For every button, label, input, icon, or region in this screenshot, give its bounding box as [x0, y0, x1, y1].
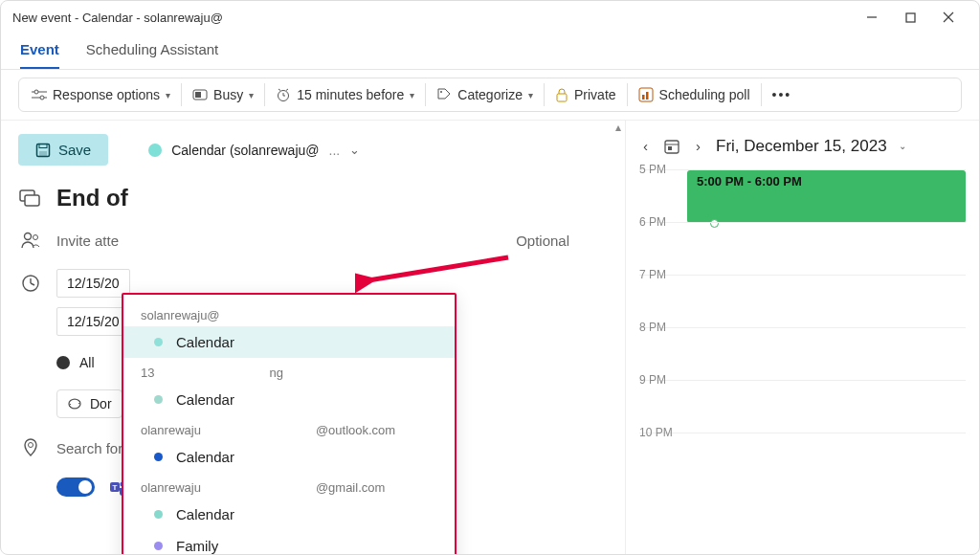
- dropdown-account-label: olanrewaju@outlook.com: [123, 415, 455, 441]
- scroll-up-icon[interactable]: ▴: [615, 121, 621, 134]
- svg-text:T: T: [113, 483, 118, 492]
- view-tabs: Event Scheduling Assistant: [1, 33, 979, 70]
- people-icon: [18, 231, 43, 250]
- svg-rect-11: [195, 92, 201, 98]
- hour-row[interactable]: 5 PM5:00 PM - 6:00 PM: [639, 169, 966, 222]
- today-icon[interactable]: [663, 138, 680, 155]
- svg-rect-21: [646, 92, 649, 100]
- dropdown-account-label: olanrewaju@gmail.com: [123, 473, 455, 499]
- chevron-down-icon: ▾: [166, 90, 170, 100]
- calendar-option[interactable]: Calendar: [123, 441, 455, 473]
- next-day-button[interactable]: ›: [692, 136, 704, 156]
- busy-icon: [192, 89, 208, 100]
- svg-rect-24: [39, 151, 47, 156]
- repeat-button[interactable]: Dor: [56, 389, 122, 418]
- calendar-dropdown[interactable]: solanrewaju@Calendar13ngCalendarolanrewa…: [122, 293, 457, 554]
- sliders-icon: [32, 88, 47, 101]
- location-input[interactable]: Search for: [56, 440, 122, 456]
- save-button[interactable]: Save: [18, 134, 108, 166]
- calendar-option[interactable]: Calendar: [123, 326, 455, 358]
- svg-rect-38: [668, 146, 672, 150]
- calendar-color-dot: [154, 453, 163, 461]
- calendar-option[interactable]: Calendar: [123, 384, 455, 415]
- window-title: New event - Calendar - solanrewaju@: [12, 11, 853, 25]
- svg-point-4: [34, 90, 38, 94]
- private-button[interactable]: Private: [546, 80, 625, 109]
- optional-button[interactable]: Optional: [516, 233, 608, 249]
- poll-icon: [638, 87, 654, 102]
- hour-label: 6 PM: [639, 215, 681, 229]
- tag-icon: [436, 87, 452, 102]
- dropdown-account-label: solanrewaju@: [123, 300, 455, 326]
- maximize-button[interactable]: [891, 4, 929, 31]
- svg-line-16: [286, 89, 288, 91]
- teams-toggle[interactable]: [56, 477, 95, 497]
- dropdown-account-label: 13ng: [123, 358, 455, 384]
- invite-attendees-input[interactable]: Invite atte: [56, 233, 119, 249]
- calendar-picker[interactable]: Calendar (solanrewaju@ ... ⌄: [148, 143, 360, 158]
- allday-label: All: [79, 355, 95, 370]
- svg-rect-1: [906, 13, 915, 22]
- repeat-icon: [67, 397, 82, 411]
- tab-event[interactable]: Event: [20, 33, 59, 69]
- svg-line-31: [31, 283, 34, 285]
- prev-day-button[interactable]: ‹: [639, 136, 652, 156]
- save-icon: [35, 143, 51, 158]
- hour-row[interactable]: 8 PM: [639, 327, 966, 380]
- start-date-input[interactable]: 12/15/20: [56, 269, 130, 298]
- day-timeline: ‹ › Fri, December 15, 2023 ⌄ 5 PM5:00 PM…: [625, 121, 979, 554]
- hour-label: 9 PM: [639, 373, 681, 387]
- hour-label: 8 PM: [639, 321, 681, 334]
- hour-row[interactable]: 9 PM: [639, 380, 966, 433]
- ellipsis-icon: •••: [772, 87, 792, 102]
- chevron-down-icon: ▾: [528, 90, 533, 100]
- clock-icon: [18, 274, 43, 293]
- titlebar: New event - Calendar - solanrewaju@: [1, 1, 979, 33]
- lock-icon: [555, 87, 568, 102]
- calendar-color-dot: [154, 395, 163, 404]
- toolbar: Response options▾ Busy▾ 15 minutes befor…: [1, 70, 979, 121]
- calendar-option[interactable]: Family: [123, 530, 455, 554]
- chevron-down-icon: ▾: [410, 90, 414, 100]
- svg-rect-20: [642, 95, 645, 100]
- end-date-input[interactable]: 12/15/20: [56, 307, 130, 336]
- location-icon: [18, 437, 43, 458]
- hour-label: 7 PM: [639, 268, 681, 281]
- categorize-button[interactable]: Categorize▾: [428, 80, 542, 109]
- busy-status-button[interactable]: Busy▾: [184, 80, 262, 109]
- svg-point-32: [29, 443, 33, 448]
- close-button[interactable]: [929, 4, 968, 31]
- svg-point-27: [25, 233, 32, 240]
- response-options-button[interactable]: Response options▾: [23, 80, 179, 109]
- tab-scheduling-assistant[interactable]: Scheduling Assistant: [86, 33, 218, 69]
- chevron-down-icon: ⌄: [349, 143, 360, 157]
- allday-radio[interactable]: [56, 356, 70, 369]
- reminder-button[interactable]: 15 minutes before▾: [267, 80, 423, 109]
- more-button[interactable]: •••: [764, 80, 801, 109]
- svg-rect-18: [557, 94, 567, 101]
- calendar-option[interactable]: Calendar: [123, 499, 455, 530]
- svg-point-17: [440, 91, 442, 93]
- event-block[interactable]: 5:00 PM - 6:00 PM: [687, 170, 966, 223]
- calendar-color-dot: [154, 338, 163, 346]
- calendar-color-dot: [148, 144, 162, 157]
- hour-row[interactable]: 6 PM: [639, 222, 966, 275]
- svg-point-7: [40, 96, 44, 100]
- calendar-color-dot: [154, 542, 163, 550]
- hour-row[interactable]: 7 PM: [639, 275, 966, 327]
- svg-line-15: [278, 89, 280, 91]
- event-title-input[interactable]: End of: [56, 185, 128, 211]
- hour-row[interactable]: 10 PM: [639, 433, 966, 485]
- chevron-down-icon: ⌄: [899, 141, 906, 151]
- svg-rect-26: [25, 195, 39, 206]
- hour-label: 5 PM: [639, 163, 681, 176]
- timeline-date[interactable]: Fri, December 15, 2023: [716, 137, 887, 156]
- title-icon: [18, 188, 43, 209]
- calendar-color-dot: [154, 510, 163, 519]
- chevron-down-icon: ▾: [249, 90, 254, 100]
- minimize-button[interactable]: [853, 4, 891, 31]
- hour-label: 10 PM: [639, 426, 681, 439]
- svg-point-28: [33, 235, 38, 240]
- scheduling-poll-button[interactable]: Scheduling poll: [630, 80, 759, 109]
- alarm-clock-icon: [276, 87, 291, 102]
